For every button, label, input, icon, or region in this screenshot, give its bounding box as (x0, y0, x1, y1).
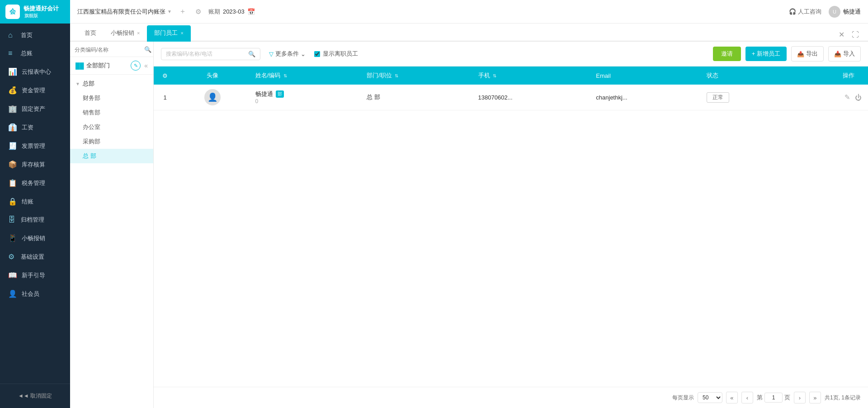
close-tab-icon[interactable]: ✕ (837, 28, 846, 41)
col-email-label: Email (596, 72, 611, 79)
tab-home[interactable]: 首页 (77, 25, 104, 42)
col-action-label: 操作 (843, 72, 854, 79)
tab-expense-close-icon[interactable]: × (137, 30, 140, 36)
settings-icon: ⚙ (8, 252, 16, 261)
more-filter-button[interactable]: ▽ 更多条件 ⌄ (265, 47, 310, 60)
user-menu[interactable]: U 畅捷通 (829, 6, 861, 18)
avatar-image: 👤 (204, 89, 221, 105)
guide-icon: 📖 (8, 271, 17, 280)
sidebar-item-expense[interactable]: 📱 小畅报销 (0, 229, 70, 247)
table-row: 1 👤 畅捷通 部 0 (154, 85, 868, 110)
sidebar-item-guide[interactable]: 📖 新手引导 (0, 266, 70, 285)
sidebar-item-tax[interactable]: 📋 税务管理 (0, 174, 70, 192)
dept-search-icon: 🔍 (144, 46, 151, 53)
sidebar-item-reports-label: 云报表中心 (22, 68, 51, 76)
import-button[interactable]: 📥 导入 (828, 46, 861, 62)
sidebar-item-assets-label: 固定资产 (22, 105, 45, 113)
next-page-button[interactable]: › (794, 392, 806, 403)
sidebar-item-invoice[interactable]: 🧾 发票管理 (0, 137, 70, 155)
tab-dept-employee-close-icon[interactable]: × (180, 30, 183, 36)
dept-panel: 🔍 ██ 全部部门 ✎ « ▼ 总部 财务部 (70, 42, 154, 408)
last-page-button[interactable]: » (809, 392, 821, 403)
sidebar-item-reports[interactable]: 📊 云报表中心 (0, 62, 70, 81)
sidebar-item-inventory[interactable]: 📦 库存核算 (0, 155, 70, 174)
dept-caigou-label: 采购部 (83, 138, 100, 146)
dept-node-bangongshi[interactable]: 办公室 (70, 120, 153, 134)
dept-all-label: 全部部门 (86, 62, 110, 70)
sidebar-item-expense-label: 小畅报销 (22, 234, 45, 242)
dept-edit-button[interactable]: ✎ (131, 61, 141, 71)
ledger-icon: ≡ (8, 49, 16, 57)
dept-node-zongbu-child[interactable]: 总 部 (70, 149, 153, 163)
tab-expense[interactable]: 小畅报销 × (104, 25, 147, 42)
per-page-select[interactable]: 50 20 100 (698, 392, 722, 403)
dept-collapse-icon[interactable]: « (144, 62, 148, 69)
row-status-cell: 正常 (700, 85, 789, 110)
dept-node-caiwu[interactable]: 财务部 (70, 91, 153, 105)
home-icon: ⌂ (8, 31, 16, 39)
dept-node-xiaoshou[interactable]: 销售部 (70, 105, 153, 120)
content-area: 🔍 ██ 全部部门 ✎ « ▼ 总部 财务部 (70, 42, 868, 408)
sidebar-item-archive-label: 归档管理 (21, 216, 44, 224)
period-value: 2023-03 (223, 8, 245, 15)
headset-icon: 🎧 (789, 8, 796, 15)
row-index: 1 (154, 85, 176, 110)
dept-node-caigou[interactable]: 采购部 (70, 134, 153, 149)
dept-node-zongbu-parent[interactable]: ▼ 总部 (70, 76, 153, 91)
settings-gear-icon[interactable]: ⚙ (193, 6, 203, 18)
invite-button[interactable]: 邀请 (713, 47, 741, 61)
salary-icon: 👔 (8, 123, 17, 132)
col-avatar: 头像 (176, 66, 249, 85)
import-icon: 📥 (834, 51, 841, 57)
row-name-cell: 畅捷通 部 0 (249, 85, 361, 110)
col-avatar-label: 头像 (207, 72, 218, 79)
company-selector[interactable]: 江西服宝精品有限责任公司内账张 ▼ (77, 8, 172, 16)
first-page-button[interactable]: « (726, 392, 738, 403)
sidebar-item-fund[interactable]: 💰 资金管理 (0, 81, 70, 100)
sidebar-item-close[interactable]: 🔒 结账 (0, 192, 70, 211)
calendar-icon: 📅 (247, 8, 255, 15)
export-button[interactable]: 📤 导出 (791, 46, 824, 62)
dept-search-bar: 🔍 (70, 42, 153, 57)
expense-icon: 📱 (8, 234, 17, 242)
col-dept[interactable]: 部门/职位 ⇅ (360, 66, 472, 85)
emp-name: 畅捷通 (255, 90, 273, 98)
add-company-button[interactable]: ＋ (177, 5, 188, 18)
show-resign-checkbox[interactable] (314, 51, 320, 57)
dept-header-actions: ✎ « (131, 61, 148, 71)
add-employee-button[interactable]: + 新增员工 (745, 47, 787, 61)
sidebar-item-home[interactable]: ⌂ 首页 (0, 26, 70, 44)
maximize-tab-icon[interactable]: ⛶ (850, 29, 861, 41)
col-settings[interactable]: ⚙ (154, 66, 176, 85)
dept-sort-icon: ⇅ (395, 73, 398, 78)
sidebar-item-archive[interactable]: 🗄 归档管理 (0, 211, 70, 229)
support-button[interactable]: 🎧 人工咨询 (789, 8, 821, 16)
row-dept-cell: 总 部 (360, 85, 472, 110)
assets-icon: 🏢 (8, 104, 17, 113)
cancel-fixed-button[interactable]: ◄◄ 取消固定 (0, 389, 70, 403)
sidebar-item-ledger[interactable]: ≡ 总账 (0, 44, 70, 62)
period-selector[interactable]: 账期 2023-03 📅 (208, 8, 255, 16)
emp-search-input[interactable] (166, 51, 245, 57)
sidebar-item-member[interactable]: 👤 社会员 (0, 285, 70, 303)
edit-employee-button[interactable]: ✎ (844, 93, 850, 101)
phone-sort-icon: ⇅ (493, 73, 496, 78)
logout-employee-button[interactable]: ⏻ (855, 94, 862, 101)
col-phone[interactable]: 手机 ⇅ (472, 66, 590, 85)
sidebar-item-assets[interactable]: 🏢 固定资产 (0, 100, 70, 118)
sidebar-item-salary[interactable]: 👔 工资 (0, 118, 70, 137)
sidebar-item-home-label: 首页 (21, 31, 33, 39)
tab-dept-employee[interactable]: 部门员工 × (147, 25, 190, 42)
dept-search-input[interactable] (75, 47, 142, 53)
dept-zongbu-label: 总 部 (83, 152, 96, 160)
sidebar-logo: 会 畅捷通好会计 旗舰版 (0, 0, 70, 24)
col-name[interactable]: 姓名/编码 ⇅ (249, 66, 361, 85)
sidebar-item-ledger-label: 总账 (21, 49, 33, 57)
sidebar-item-settings[interactable]: ⚙ 基础设置 (0, 247, 70, 266)
emp-search-bar: 🔍 (161, 48, 260, 60)
tax-icon: 📋 (8, 179, 17, 187)
prev-page-button[interactable]: ‹ (741, 392, 753, 403)
dept-all-header: ██ 全部部门 ✎ « (70, 57, 153, 75)
page-number-input[interactable] (764, 393, 783, 403)
emp-search-icon: 🔍 (248, 51, 255, 57)
